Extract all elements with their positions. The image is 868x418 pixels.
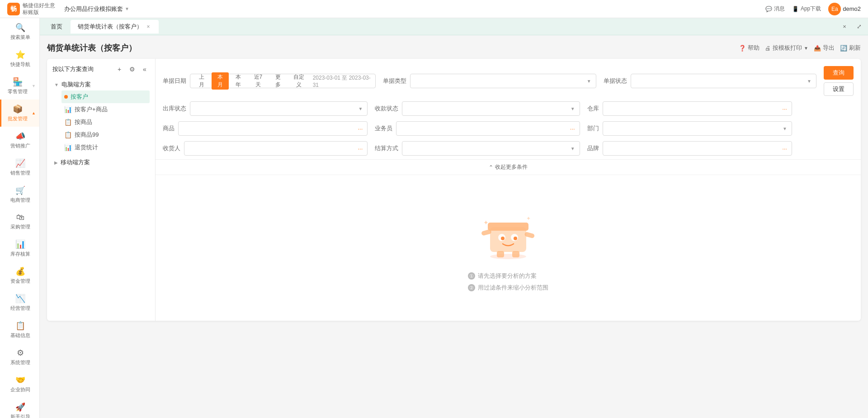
date-more-button[interactable]: 更多 xyxy=(269,72,287,90)
out-status-arrow-icon: ▼ xyxy=(358,106,363,111)
recipient-more-icon: ··· xyxy=(358,145,363,152)
pc-schemes-header[interactable]: ▼ 电脑端方案 xyxy=(52,79,150,90)
export-button[interactable]: 📤 导出 xyxy=(814,44,835,52)
sidebar-item-quick-nav[interactable]: ⭐ 快捷导航 xyxy=(0,45,39,72)
scheme-product-99-icon: 📋 xyxy=(64,131,72,138)
scheme-by-customer-product-label: 按客户+商品 xyxy=(75,105,108,114)
app-download-button[interactable]: 📱 App下载 xyxy=(792,5,821,13)
recipient-input[interactable]: ··· xyxy=(184,141,368,156)
brand-input[interactable]: ··· xyxy=(603,141,792,156)
sales-mgmt-icon: 📈 xyxy=(15,158,25,168)
print-icon: 🖨 xyxy=(765,45,771,52)
sidebar-item-sales-mgmt[interactable]: 📈 销售管理 xyxy=(0,154,39,181)
payment-method-select[interactable]: ▼ xyxy=(402,141,580,156)
scheme-by-product-99[interactable]: 📋 按商品99 xyxy=(61,128,150,141)
order-type-arrow-icon: ▼ xyxy=(587,79,591,84)
salesperson-input[interactable]: ··· xyxy=(396,121,580,136)
date-7days-button[interactable]: 近7天 xyxy=(248,72,269,90)
brand-label: 品牌 xyxy=(587,144,599,152)
window-maximize-button[interactable]: ⤢ xyxy=(854,21,864,32)
order-status-filter: 单据状态 ▼ xyxy=(604,74,816,88)
empty-tip-2: ② 用过滤条件来缩小分析范围 xyxy=(468,282,548,294)
recipient-filter: 收货人 ··· xyxy=(163,141,368,156)
sidebar-item-retail-mgmt[interactable]: 🏪 零售管理 ▼ xyxy=(0,72,39,100)
sidebar-item-system-mgmt[interactable]: ⚙ 系统管理 xyxy=(0,343,39,370)
payment-status-arrow-icon: ▼ xyxy=(571,106,575,111)
scheme-panel-title: 按以下方案查询 xyxy=(52,65,94,73)
product-label: 商品 xyxy=(163,124,175,133)
scheme-return-stats[interactable]: 📊 退货统计 xyxy=(61,141,150,154)
filter-row-2: 出库状态 ▼ 收款状态 xyxy=(163,101,854,116)
settings-button[interactable]: 设置 xyxy=(824,82,854,96)
sidebar-item-purchase-mgmt[interactable]: 🛍 采购管理 xyxy=(0,208,39,235)
scheme-panel-header: 按以下方案查询 + ⚙ « xyxy=(52,64,150,74)
tab-bar: 首页 销货单统计表（按客户） × × ⤢ xyxy=(40,18,868,35)
page-header: 销货单统计表（按客户） ❓ 帮助 🖨 按模板打印 ▼ 📤 导出 xyxy=(47,43,861,53)
top-header: 畅 畅捷信好生意 标账版 办公用品行业模拟账套 ▼ 💬 消息 📱 App下载 E… xyxy=(0,0,868,18)
svg-text:✦: ✦ xyxy=(526,215,531,222)
filter-row-3: 商品 ··· 业务员 ··· xyxy=(163,121,854,136)
order-status-select[interactable]: ▼ xyxy=(631,74,816,88)
department-select[interactable]: ▼ xyxy=(603,121,792,136)
app-download-icon: 📱 xyxy=(792,6,799,12)
sidebar-item-basic-info[interactable]: 📋 基础信息 xyxy=(0,316,39,343)
breadcrumb[interactable]: 办公用品行业模拟账套 ▼ xyxy=(64,5,129,13)
salesperson-more-icon: ··· xyxy=(570,125,575,132)
salesperson-filter: 业务员 ··· xyxy=(375,121,580,136)
sidebar-item-new-guide[interactable]: 🚀 新手引导 xyxy=(0,398,39,418)
order-type-select[interactable]: ▼ xyxy=(410,74,596,88)
date-last-month-button[interactable]: 上月 xyxy=(193,72,211,90)
sidebar-item-enterprise-cooperation[interactable]: 🤝 企业协同 xyxy=(0,370,39,398)
department-filter: 部门 ▼ xyxy=(587,121,792,136)
payment-status-filter: 收款状态 ▼ xyxy=(375,101,580,116)
payment-status-select[interactable]: ▼ xyxy=(402,101,580,116)
sidebar-item-marketing[interactable]: 📣 营销推广 xyxy=(0,127,39,154)
sidebar-item-wholesale-mgmt[interactable]: 📦 批发管理 ▲ xyxy=(0,100,39,127)
help-button[interactable]: ❓ 帮助 xyxy=(739,44,760,52)
empty-tips: ① 请先选择要分析的方案 ② 用过滤条件来缩小分析范围 xyxy=(468,270,548,294)
tab-close-button[interactable]: × xyxy=(145,24,151,30)
scheme-collapse-button[interactable]: « xyxy=(140,64,150,74)
logo-text: 畅捷信好生意 标账版 xyxy=(23,2,55,15)
out-status-select[interactable]: ▼ xyxy=(190,101,368,116)
sidebar-item-ecommerce-mgmt[interactable]: 🛒 电商管理 xyxy=(0,181,39,208)
print-arrow-icon: ▼ xyxy=(804,46,808,51)
warehouse-more-icon: ··· xyxy=(782,105,787,112)
scheme-by-product-label: 按商品 xyxy=(75,118,92,126)
header-right: 💬 消息 📱 App下载 Ea demo2 xyxy=(765,3,861,15)
sidebar-item-operations-mgmt[interactable]: 📉 经营管理 xyxy=(0,289,39,316)
order-type-filter: 单据类型 ▼ xyxy=(383,74,596,88)
warehouse-label: 仓库 xyxy=(587,104,599,113)
sidebar-item-finance-mgmt[interactable]: 💰 资金管理 xyxy=(0,262,39,289)
message-button[interactable]: 💬 消息 xyxy=(765,5,785,13)
tab-sales-stats[interactable]: 销货单统计表（按客户） × xyxy=(71,20,159,33)
scheme-by-product[interactable]: 📋 按商品 xyxy=(61,116,150,128)
product-filter: 商品 ··· xyxy=(163,121,368,136)
tab-home[interactable]: 首页 xyxy=(43,20,70,33)
refresh-button[interactable]: 🔄 刷新 xyxy=(840,44,861,52)
product-input[interactable]: ··· xyxy=(178,121,368,136)
tip1-num: ① xyxy=(468,272,475,280)
window-close-button[interactable]: × xyxy=(839,21,850,32)
page-actions: ❓ 帮助 🖨 按模板打印 ▼ 📤 导出 🔄 刷新 xyxy=(739,44,861,52)
scheme-by-customer-product[interactable]: 📊 按客户+商品 xyxy=(61,103,150,116)
pc-schemes-label: 电脑端方案 xyxy=(61,81,91,89)
scheme-settings-button[interactable]: ⚙ xyxy=(127,64,137,74)
sidebar-item-search-menu[interactable]: 🔍 搜索菜单 xyxy=(0,18,39,45)
brand-more-icon: ··· xyxy=(782,145,787,152)
collapse-bar[interactable]: ⌃ 收起更多条件 xyxy=(156,159,861,175)
date-this-month-button[interactable]: 本月 xyxy=(212,72,229,90)
warehouse-input[interactable]: ··· xyxy=(603,101,792,116)
query-button[interactable]: 查询 xyxy=(824,66,854,80)
date-filter-input[interactable]: 上月 本月 本年 近7天 更多 自定义 2023-03-01 至 2023-03… xyxy=(190,74,376,88)
mobile-schemes-header[interactable]: ▶ 移动端方案 xyxy=(52,157,150,168)
scheme-add-button[interactable]: + xyxy=(114,64,124,74)
filter-area: 单据日期 上月 本月 本年 近7天 更多 自定义 2023-03-01 至 20… xyxy=(156,59,861,156)
user-profile[interactable]: Ea demo2 xyxy=(828,3,861,15)
date-this-year-button[interactable]: 本年 xyxy=(230,72,247,90)
sidebar-item-inventory[interactable]: 📊 库存核算 xyxy=(0,235,39,262)
print-button[interactable]: 🖨 按模板打印 ▼ xyxy=(765,44,808,52)
scheme-by-customer[interactable]: 按客户 xyxy=(61,90,150,103)
date-custom-button[interactable]: 自定义 xyxy=(288,72,310,90)
mobile-schemes-label: 移动端方案 xyxy=(61,158,90,166)
